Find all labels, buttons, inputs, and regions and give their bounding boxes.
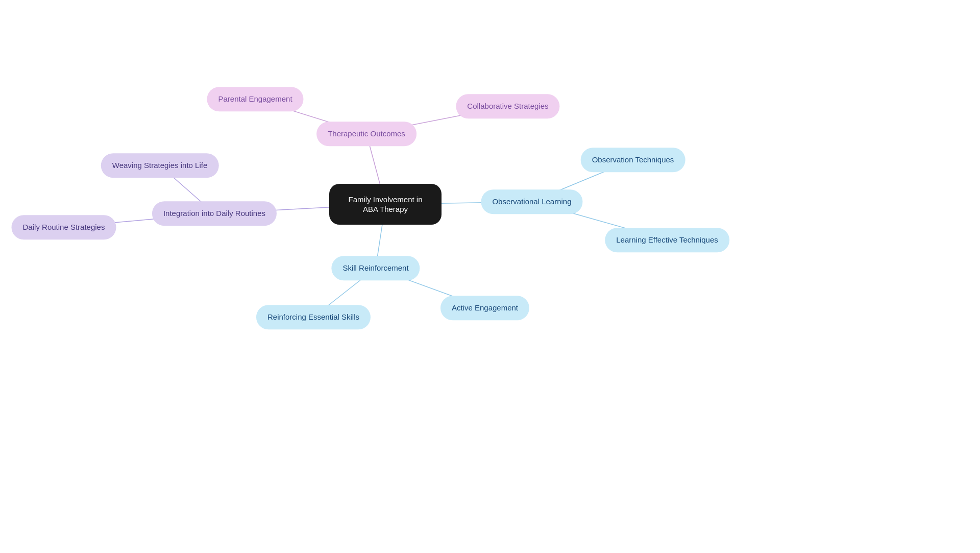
reinforcing-essential-skills-node[interactable]: Reinforcing Essential Skills bbox=[256, 305, 371, 329]
observation-techniques-node[interactable]: Observation Techniques bbox=[581, 148, 685, 172]
active-engagement-node[interactable]: Active Engagement bbox=[440, 296, 529, 320]
skill-reinforcement-node[interactable]: Skill Reinforcement bbox=[331, 256, 420, 280]
parental-engagement-label: Parental Engagement bbox=[207, 87, 303, 111]
therapeutic-outcomes-node[interactable]: Therapeutic Outcomes bbox=[316, 122, 416, 146]
integration-daily-routines-node[interactable]: Integration into Daily Routines bbox=[152, 201, 277, 226]
weaving-strategies-label: Weaving Strategies into Life bbox=[101, 153, 219, 178]
weaving-strategies-node[interactable]: Weaving Strategies into Life bbox=[101, 153, 219, 178]
collaborative-strategies-label: Collaborative Strategies bbox=[456, 94, 559, 118]
reinforcing-essential-skills-label: Reinforcing Essential Skills bbox=[256, 305, 371, 329]
active-engagement-label: Active Engagement bbox=[440, 296, 529, 320]
integration-daily-routines-label: Integration into Daily Routines bbox=[152, 201, 277, 226]
parental-engagement-node[interactable]: Parental Engagement bbox=[207, 87, 303, 111]
therapeutic-outcomes-label: Therapeutic Outcomes bbox=[316, 122, 416, 146]
skill-reinforcement-label: Skill Reinforcement bbox=[331, 256, 420, 280]
daily-routine-strategies-node[interactable]: Daily Routine Strategies bbox=[12, 215, 116, 239]
collaborative-strategies-node[interactable]: Collaborative Strategies bbox=[456, 94, 559, 118]
observational-learning-label: Observational Learning bbox=[481, 189, 582, 214]
center-node[interactable]: Family Involvement in ABA Therapy bbox=[329, 184, 442, 225]
center-label: Family Involvement in ABA Therapy bbox=[329, 187, 442, 222]
learning-effective-techniques-node[interactable]: Learning Effective Techniques bbox=[605, 228, 729, 252]
daily-routine-strategies-label: Daily Routine Strategies bbox=[12, 215, 116, 239]
observational-learning-node[interactable]: Observational Learning bbox=[481, 189, 582, 214]
learning-effective-techniques-label: Learning Effective Techniques bbox=[605, 228, 729, 252]
observation-techniques-label: Observation Techniques bbox=[581, 148, 685, 172]
